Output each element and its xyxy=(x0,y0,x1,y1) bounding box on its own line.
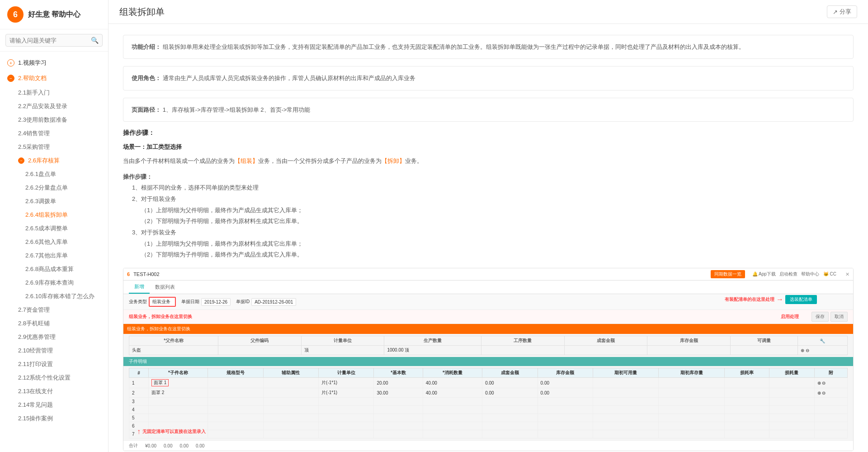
nav-sub-item-2-6-2[interactable]: 2.6.2分量盘点单 xyxy=(25,181,108,195)
sim-child-cell-name-1: 面罩 1 xyxy=(151,379,169,386)
sim-child-unit-1: 片(-1*1) xyxy=(319,378,374,388)
nav-sub-item-2-4[interactable]: 2.4销售管理 xyxy=(18,127,108,140)
sim-total-1: ¥0.00 xyxy=(145,443,156,448)
nav-item-header-2[interactable]: − 2.帮助文档 xyxy=(0,71,108,86)
sim-child-action-2[interactable]: ⊕ ⊖ xyxy=(814,388,848,398)
sim-total-label: 合计 xyxy=(129,442,138,449)
nav-sub-item-2-6-3[interactable]: 2.6.3调拨单 xyxy=(25,195,108,208)
nav-sub-item-2-15[interactable]: 2.15操作案例 xyxy=(18,412,108,425)
steps-section: 操作步骤： 场景一：加工类型选择 当由多个子件材料组装成一个成品的业务为【组装】… xyxy=(123,129,854,261)
sim-total-3: 0.00 xyxy=(180,443,189,448)
nav-item-1: + 1.视频学习 xyxy=(0,55,108,71)
share-button[interactable]: ↗ 分享 xyxy=(827,5,857,18)
sim-total-4: 0.00 xyxy=(196,443,204,448)
sim-total-2: 0.00 xyxy=(164,443,172,448)
sim-child-th-13: 附 xyxy=(814,368,848,378)
path-text: 1、库存核算->库存管理->组装拆卸单 2、首页->常用功能 xyxy=(163,106,311,113)
sim-parent-th-9: 🔧 xyxy=(797,336,847,346)
nav-sub-sub-list-2-6: 2.6.1盘点单 2.6.2分量盘点单 2.6.3调拨单 2.6.4组装拆卸单 … xyxy=(18,167,108,303)
nav-sub-header-2-6[interactable]: − 2.6库存核算 xyxy=(18,154,108,167)
nav-sub-item-2-6-7[interactable]: 2.6.7其他出库单 xyxy=(25,249,108,262)
nav-sub-item-2-10[interactable]: 2.10经营管理 xyxy=(18,344,108,357)
sim-child-row-7: 7 xyxy=(129,430,848,438)
sim-parent-cell-action[interactable]: ⊕ ⊖ xyxy=(797,346,847,355)
sim-child-th-7: 成套金额 xyxy=(482,368,538,378)
sim-child-row-5: 5 xyxy=(129,414,848,422)
sim-child-row-2: 2 面罩 2 片(-1*1) 30.00 40.00 0.00 0.00 ⊕ ⊖ xyxy=(129,388,848,398)
sim-child-row-6: 6 xyxy=(129,422,848,430)
sim-type-value[interactable]: 组装业务 xyxy=(149,297,176,307)
sim-parent-th-1: *父件名称 xyxy=(129,336,218,346)
nav-sub-list-2: 2.1新手入门 2.2产品安装及登录 2.3使用前数据准备 2.4销售管理 2.… xyxy=(0,86,108,425)
nav-sub-item-2-6-4[interactable]: 2.6.4组装拆卸单 xyxy=(25,208,108,222)
logo-area: 6 好生意 帮助中心 xyxy=(0,0,108,29)
link-assembly[interactable]: 【组装】 xyxy=(235,157,258,164)
nav-sub-item-2-13[interactable]: 2.13在线支付 xyxy=(18,385,108,398)
sim-tab-new[interactable]: 新增 xyxy=(129,281,150,294)
sim-child-action-1[interactable]: ⊕ ⊖ xyxy=(814,378,848,388)
nav-sub-item-2-5[interactable]: 2.5采购管理 xyxy=(18,140,108,154)
sim-orange-btn[interactable]: 同期数据一览 xyxy=(711,270,745,278)
nav-label-2-6: 2.6库存核算 xyxy=(28,157,60,165)
sim-child-th-12: 损耗量 xyxy=(769,368,814,378)
sim-cancel-btn[interactable]: 取消 xyxy=(830,312,848,322)
search-box[interactable]: 🔍 xyxy=(5,34,103,47)
nav-item-header-1[interactable]: + 1.视频学习 xyxy=(0,55,108,71)
nav-sub-item-2-6-9[interactable]: 2.6.9库存账本查询 xyxy=(25,276,108,290)
nav-sub-item-2-1[interactable]: 2.1新手入门 xyxy=(18,86,108,100)
nav-sub-item-2-6-5[interactable]: 2.6.5成本调整单 xyxy=(25,222,108,235)
nav-sub-item-2-11[interactable]: 2.11打印设置 xyxy=(18,357,108,371)
nav-sub-item-2-6-6[interactable]: 2.6.6其他入库单 xyxy=(25,235,108,249)
sim-child-row-1: 1 面罩 1 片(-1*1) 20.00 40.00 0.00 0.00 xyxy=(129,378,848,388)
sim-child-th-5: *基本数 xyxy=(374,368,423,378)
sim-close-icon[interactable]: ✕ xyxy=(845,271,849,277)
function-intro-label: 功能介绍： xyxy=(132,43,161,50)
sim-parent-th-5: 工序数量 xyxy=(481,336,565,346)
sim-child-stock-1: 0.00 xyxy=(538,378,593,388)
sim-annotation4-area: ↑ 无固定清单可以直接在这里录入 xyxy=(137,428,206,436)
nav-sub-item-2-2[interactable]: 2.2产品安装及登录 xyxy=(18,100,108,113)
link-disassembly[interactable]: 【拆卸】 xyxy=(382,157,405,164)
nav-sub-item-2-14[interactable]: 2.14常见问题 xyxy=(18,398,108,412)
step3: 3、对于拆装业务 xyxy=(123,227,854,238)
sim-annotation1-area: 有装配清单的在这里处理 → 选装配清单 xyxy=(725,295,817,304)
sim-parent-th-8: 可调量 xyxy=(730,336,797,346)
sim-child-base-2: 30.00 xyxy=(374,388,423,398)
nav-expand-icon-2-6: − xyxy=(18,157,24,164)
sim-bottom-row: 合计 ¥0.00 0.00 0.00 0.00 xyxy=(123,440,853,451)
sim-child-amount-1: 0.00 xyxy=(482,378,538,388)
nav-sub-item-2-6-1[interactable]: 2.6.1盘点单 xyxy=(25,167,108,181)
nav-sub-item-2-8[interactable]: 2.8手机旺铺 xyxy=(18,317,108,330)
step2-2: （2）下部明细为子件明细，最终作为原材料生成其它出库单。 xyxy=(123,216,854,227)
nav-sub-item-2-12[interactable]: 2.12系统个性化设置 xyxy=(18,371,108,385)
search-input[interactable] xyxy=(9,37,91,44)
step3-2: （2）下部明细为子件明细，最终作为产成品生成其它入库单。 xyxy=(123,249,854,261)
nav-expand-icon-1: + xyxy=(7,59,14,67)
sim-test-id: TEST-H002 xyxy=(133,271,159,277)
sim-parent-row-1: 头盔 顶 1000.00 顶 ⊕ ⊖ xyxy=(129,346,848,355)
logo-icon: 6 xyxy=(7,6,24,23)
sim-date-value[interactable]: 2019-12-26 xyxy=(201,298,231,306)
sim-field-type: 业务类型 组装业务 xyxy=(129,297,176,307)
sim-parent-cell-name: 头盔 xyxy=(129,346,218,355)
role-label: 使用角色： xyxy=(132,75,161,81)
sim-child-stock-2: 0.00 xyxy=(538,388,593,398)
sim-parent-th-6: 成套金额 xyxy=(564,336,647,346)
nav-sub-item-2-7[interactable]: 2.7资金管理 xyxy=(18,303,108,317)
sim-child-row-3: 3 xyxy=(129,398,848,406)
sim-child-table: # *子件名称 规格型号 辅助属性 计量单位 *基本数 *消耗数量 成套金额 库… xyxy=(129,368,848,438)
sim-parent-table-wrapper: *父件名称 父件编码 计量单位 生产数量 工序数量 成套金额 库存金额 可调量 … xyxy=(123,334,853,357)
function-intro-block: 功能介绍： 组装拆卸单用来处理企业组装或拆卸等加工业务，支持有固定装配清单的产品… xyxy=(123,35,854,59)
sim-action-btns: 保存 取消 xyxy=(811,312,848,322)
nav-expand-icon-2: − xyxy=(7,75,14,82)
sim-save-btn[interactable]: 保存 xyxy=(811,312,829,322)
nav-sub-item-2-9[interactable]: 2.9优惠券管理 xyxy=(18,330,108,344)
sim-tab-list[interactable]: 数据列表 xyxy=(150,281,180,293)
sim-select-btn[interactable]: 选装配清单 xyxy=(785,295,817,304)
nav-sub-item-2-6-10[interactable]: 2.6.10库存账本错了怎么办 xyxy=(25,290,108,303)
sim-child-consume-1: 40.00 xyxy=(423,378,482,388)
nav-sub-item-2-3[interactable]: 2.3使用前数据准备 xyxy=(18,113,108,127)
sim-field-date: 单据日期 2019-12-26 xyxy=(181,298,231,306)
nav-sub-item-2-6-8[interactable]: 2.6.8商品成本重算 xyxy=(25,262,108,276)
search-icon[interactable]: 🔍 xyxy=(91,37,99,44)
